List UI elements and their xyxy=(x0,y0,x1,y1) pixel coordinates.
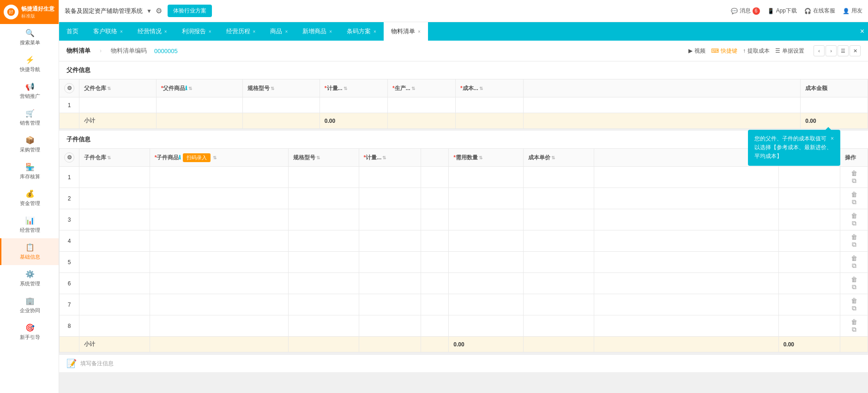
tab-barcode-close[interactable]: × xyxy=(374,29,376,34)
child-row-4-quantity[interactable] xyxy=(449,230,524,252)
child-row-6-unit-cost[interactable] xyxy=(523,273,594,294)
tab-profit[interactable]: 利润报告 × xyxy=(175,22,219,41)
child-row-1-unit-cost[interactable] xyxy=(523,167,594,188)
shortcut-action[interactable]: ⌨ 快捷键 xyxy=(711,47,737,55)
child-row-8-delete-btn[interactable]: 🗑 xyxy=(851,318,857,326)
tab-history-close[interactable]: × xyxy=(253,29,256,34)
child-row-8-copy-btn[interactable]: ⧉ xyxy=(852,326,856,333)
child-row-2-quantity[interactable] xyxy=(449,188,524,209)
child-row-4-spec[interactable] xyxy=(288,230,359,252)
child-row-1-goods[interactable] xyxy=(150,167,288,188)
child-row-1-quantity[interactable] xyxy=(449,167,524,188)
scan-input-btn[interactable]: 扫码录入 xyxy=(183,153,211,162)
child-row-4-unit[interactable] xyxy=(359,230,421,252)
breadcrumb-bom[interactable]: 物料清单 xyxy=(66,47,90,55)
child-row-7-copy-btn[interactable]: ⧉ xyxy=(852,304,856,312)
parent-cost-sort[interactable]: ⇅ xyxy=(479,86,483,91)
child-row-1-warehouse[interactable] xyxy=(79,167,150,188)
tab-goods-close[interactable]: × xyxy=(285,29,288,34)
child-row-3-quantity[interactable] xyxy=(449,209,524,230)
trial-button[interactable]: 体验行业方案 xyxy=(168,5,212,17)
child-goods-sort[interactable]: ⇅ xyxy=(213,155,217,160)
message-button[interactable]: 💬 消息 6 xyxy=(731,7,760,15)
sidebar-item-quick-nav[interactable]: ⚡ 快捷导航 xyxy=(0,51,59,78)
tab-operations[interactable]: 经营情况 × xyxy=(130,22,175,41)
single-setting-action[interactable]: ☰ 单据设置 xyxy=(775,47,804,55)
tab-home[interactable]: 首页 xyxy=(59,22,86,41)
child-row-1-copy-btn[interactable]: ⧉ xyxy=(852,177,856,184)
child-row-6-goods[interactable] xyxy=(150,273,288,294)
app-download-button[interactable]: 📱 App下载 xyxy=(767,7,797,15)
child-row-2-copy-btn[interactable]: ⧉ xyxy=(852,198,856,206)
tab-profit-close[interactable]: × xyxy=(209,29,211,34)
sidebar-item-basic-info[interactable]: 📋 基础信息 xyxy=(0,238,59,265)
child-row-8-goods[interactable] xyxy=(150,315,288,337)
sidebar-item-marketing[interactable]: 📢 营销推广 xyxy=(0,78,59,104)
sidebar-item-guide[interactable]: 🎯 新手引导 xyxy=(0,319,59,345)
grid-view-btn[interactable]: ☰ xyxy=(838,45,849,56)
child-row-3-warehouse[interactable] xyxy=(79,209,150,230)
child-row-6-warehouse[interactable] xyxy=(79,273,150,294)
parent-goods-sort[interactable]: ⇅ xyxy=(188,86,192,91)
tab-new-goods-close[interactable]: × xyxy=(329,29,332,34)
child-row-2-goods[interactable] xyxy=(150,188,288,209)
child-row-3-goods[interactable] xyxy=(150,209,288,230)
child-goods-info[interactable]: ℹ xyxy=(179,154,181,161)
user-avatar[interactable]: 👤 用友 xyxy=(843,7,862,15)
sidebar-item-system[interactable]: ⚙️ 系统管理 xyxy=(0,265,59,292)
child-row-5-unit-cost[interactable] xyxy=(523,252,594,273)
child-row-6-quantity[interactable] xyxy=(449,273,524,294)
child-row-5-warehouse[interactable] xyxy=(79,252,150,273)
tab-customer-close[interactable]: × xyxy=(120,29,123,34)
child-row-7-warehouse[interactable] xyxy=(79,294,150,315)
child-row-1-spec[interactable] xyxy=(288,167,359,188)
tab-goods[interactable]: 商品 × xyxy=(263,22,295,41)
child-row-6-spec[interactable] xyxy=(288,273,359,294)
child-row-7-spec[interactable] xyxy=(288,294,359,315)
prev-page-btn[interactable]: ‹ xyxy=(814,45,825,56)
parent-produce-sort[interactable]: ⇅ xyxy=(411,86,415,91)
child-row-6-copy-btn[interactable]: ⧉ xyxy=(852,283,856,290)
child-qty-sort[interactable]: ⇅ xyxy=(479,155,482,160)
navtabs-close-all[interactable]: × xyxy=(860,27,864,36)
child-row-5-quantity[interactable] xyxy=(449,252,524,273)
child-row-4-goods[interactable] xyxy=(150,230,288,252)
parent-goods-info[interactable]: ℹ xyxy=(185,85,187,91)
child-row-2-unit-cost[interactable] xyxy=(523,188,594,209)
tab-bom[interactable]: 物料清单 × xyxy=(384,22,428,41)
child-row-3-unit-cost[interactable] xyxy=(523,209,594,230)
child-row-5-unit[interactable] xyxy=(359,252,421,273)
child-row-4-warehouse[interactable] xyxy=(79,230,150,252)
child-row-8-warehouse[interactable] xyxy=(79,315,150,337)
child-row-7-quantity[interactable] xyxy=(449,294,524,315)
child-row-3-unit[interactable] xyxy=(359,209,421,230)
child-row-2-spec[interactable] xyxy=(288,188,359,209)
tab-customer[interactable]: 客户联络 × xyxy=(86,22,130,41)
tab-new-goods[interactable]: 新增商品 × xyxy=(295,22,339,41)
view-action[interactable]: ▶ 视频 xyxy=(688,47,705,55)
system-dropdown-icon[interactable]: ▼ xyxy=(146,8,152,14)
parent-row-1-unit[interactable] xyxy=(319,97,387,113)
tooltip-close-btn[interactable]: × xyxy=(831,134,834,143)
child-row-8-unit-cost[interactable] xyxy=(523,315,594,337)
child-row-4-delete-btn[interactable]: 🗑 xyxy=(851,233,857,241)
child-row-2-warehouse[interactable] xyxy=(79,188,150,209)
parent-row-1-cost[interactable] xyxy=(456,97,524,113)
child-row-7-unit[interactable] xyxy=(359,294,421,315)
child-row-5-goods[interactable] xyxy=(150,252,288,273)
parent-warehouse-sort[interactable]: ⇅ xyxy=(107,86,111,91)
gear-icon[interactable]: ⚙ xyxy=(156,6,162,15)
close-page-btn[interactable]: ✕ xyxy=(850,45,861,56)
extract-cost-action[interactable]: ↑ 提取成本 xyxy=(743,47,770,55)
child-unit-cost-sort[interactable]: ⇅ xyxy=(551,155,555,160)
parent-gear-btn[interactable]: ⚙ xyxy=(64,83,74,93)
sidebar-item-purchase[interactable]: 📦 采购管理 xyxy=(0,131,59,158)
sidebar-item-sales[interactable]: 🛒 销售管理 xyxy=(0,104,59,131)
child-row-6-delete-btn[interactable]: 🗑 xyxy=(851,276,857,283)
child-warehouse-sort[interactable]: ⇅ xyxy=(107,155,111,160)
tab-barcode[interactable]: 条码方案 × xyxy=(339,22,384,41)
child-row-6-unit[interactable] xyxy=(359,273,421,294)
sidebar-item-inventory[interactable]: 🏪 库存核算 xyxy=(0,158,59,185)
child-row-7-delete-btn[interactable]: 🗑 xyxy=(851,297,857,304)
child-unit-sort[interactable]: ⇅ xyxy=(382,155,386,160)
